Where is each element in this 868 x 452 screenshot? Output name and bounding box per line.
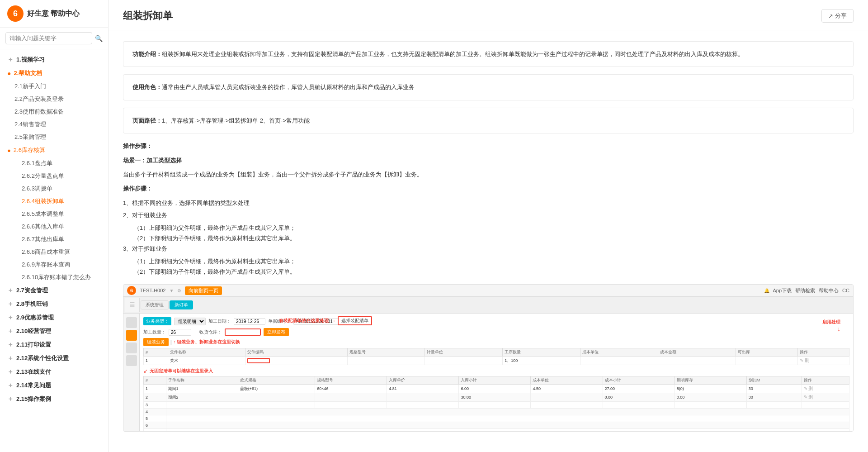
fake-parent-table: # 父件名称 父件编码 规格型号 计量单位 工序数量 成本单位 成本金额 可出库 [143,348,849,365]
fake-cth-cost-sub: 成本小计 [603,376,675,385]
fake-warehouse-input[interactable] [225,328,261,336]
sidebar-item-help-docs[interactable]: ● 2.帮助文档 [0,67,108,80]
sidebar-item-assembly[interactable]: 2.6.4组装拆卸单 [0,195,108,208]
fake-ctd-costunit-1: 4.50 [531,385,603,393]
fake-content-area: 业务类型： 组装明细 加工日期： 单据编号： [123,314,853,431]
fake-icon-4 [126,355,137,366]
fake-help-center-link: 帮助中心 [819,287,839,294]
fake-th-code: 父件编码 [245,348,347,357]
fake-ctd-costsub-1: 27.00 [603,385,675,393]
fake-child-table-header: # 子件名称 款式规格 规格型号 入库单价 入库小计 成本单位 成本小计 期初库… [144,376,849,385]
fake-type-select[interactable]: 组装明细 [174,318,206,325]
fake-ctd-costsub-3 [603,402,675,409]
fake-child-row-3: 3 [144,402,849,409]
fake-qty-input[interactable] [169,329,191,336]
fake-confirm-btn[interactable]: 立即发布 [264,328,289,336]
fake-th-action: 操作 [798,348,849,357]
sidebar-item-video-learning[interactable]: ＋ 1.视频学习 [0,53,108,67]
fake-td-action-1: ✎ 删 [798,357,849,365]
fake-tab-bar: ☰ 系统管理 新订单 [123,297,853,314]
fake-arrow-up-left: ↙ [143,368,148,374]
expand-icon: ＋ [7,341,14,349]
sidebar-item-mobile[interactable]: ＋ 2.8手机旺铺 [0,297,108,311]
sidebar-item-label: 2.9优惠券管理 [16,314,54,322]
fake-th-num: # [144,348,168,357]
fake-annot2-text: 启用处理 [822,319,840,325]
fake-ctd-op-2: ✎ 删 [802,393,849,402]
step-3-2: （2）下部明细为子件明细，最终作为产成品生成其它入库单。 [123,266,854,277]
sidebar-item-label: 2.11打印设置 [16,341,51,349]
fake-date-input[interactable] [234,318,265,325]
sidebar-item-coupon[interactable]: ＋ 2.9优惠券管理 [0,311,108,324]
fake-ctd-num-7: 7 [144,429,166,432]
fake-ctd-empty-5 [166,415,849,422]
sidebar-item-customize[interactable]: ＋ 2.12系统个性化设置 [0,352,108,365]
fake-child-row-7: 7 [144,429,849,432]
fake-tab-orders: 新订单 [170,300,193,309]
fake-sidebar-mini [123,314,140,431]
step-1: 1、根据不同的业务，选择不同单据的类型来处理 [123,198,854,208]
step-2-1: （1）上部明细为父件明细，最终作为产成品生成其它入库单； [123,223,854,233]
fake-app-link: App下载 [773,287,792,294]
search-box[interactable]: 🔍 [0,28,108,49]
sidebar-item-partial-stocktake[interactable]: 2.6.2分量盘点单 [0,170,108,182]
sidebar-item-other-outbound[interactable]: 2.6.7其他出库单 [0,233,108,246]
fake-ctd-inprice-2 [387,393,459,402]
fake-annotation2: 启用处理 ↓ [822,319,840,333]
fake-td-name-1: 关术 [168,357,245,365]
fake-help-link: 帮助检索 [795,287,815,294]
fake-annot3-text: ↑ 组装业务、拆卸业务在这里切换 [174,339,241,345]
fake-bell-icon: 🔔 [764,288,769,293]
sidebar-item-sales[interactable]: 2.4销售管理 [0,118,108,131]
fake-switch-row: 组装业务 | ↑ 组装业务、拆卸业务在这里切换 [143,338,849,346]
fake-ctd-initstock-3 [675,402,746,409]
fake-ctd-spec-2 [315,393,387,402]
fake-annot4-text: 无固定清单可以继续在这里录入 [150,368,213,374]
sidebar-item-stocktake[interactable]: 2.6.1盘点单 [0,157,108,170]
sidebar-item-ledger-error[interactable]: 2.6.10库存账本错了怎么办 [0,271,108,284]
fake-cth-cost-unit: 成本单位 [531,376,603,385]
fake-qty-row: 加工数量： 收货仓库： 立即发布 启用处理 ↓ [143,328,849,336]
sidebar-item-cost-adjust[interactable]: 2.6.5成本调整单 [0,208,108,220]
search-icon[interactable]: 🔍 [95,35,103,42]
fake-td-unit-1 [425,357,503,365]
sidebar-item-print[interactable]: ＋ 2.11打印设置 [0,338,108,352]
sidebar-item-faq[interactable]: ＋ 2.14常见问题 [0,379,108,392]
sidebar-item-inventory-ledger[interactable]: 2.6.9库存账本查询 [0,258,108,271]
fake-cth-spec: 规格型号 [315,376,387,385]
fake-logo: 6 [127,286,136,295]
sidebar-item-other-inbound[interactable]: 2.6.6其他入库单 [0,220,108,233]
fake-cth-style: 款式规格 [238,376,315,385]
fake-th-name: 父件名称 [168,348,245,357]
sidebar-item-transfer[interactable]: 2.6.3调拨单 [0,182,108,195]
sidebar-item-label: 1.视频学习 [16,56,45,64]
page-title: 组装拆卸单 [123,9,173,23]
sidebar-item-data-prep[interactable]: 2.3使用前数据准备 [0,105,108,118]
fake-ctd-empty-4 [166,409,849,415]
expand-icon: ＋ [7,314,14,322]
share-button[interactable]: ↗ 分享 [821,9,854,23]
search-input[interactable] [5,32,92,44]
sidebar-item-install[interactable]: 2.2产品安装及登录 [0,93,108,105]
fake-ctd-m-3 [746,402,802,409]
fake-ctd-m-2: 30 [746,393,802,402]
app-logo: 6 [7,5,24,22]
fake-ctd-name-3 [166,402,238,409]
fake-td-code-1 [245,357,347,365]
sidebar-item-newbie[interactable]: 2.1新手入门 [0,80,108,93]
fake-ctd-costsub-2: 0.00 [603,393,675,402]
fake-th-qty: 工序数量 [503,348,580,357]
fake-select-bom-btn: 选择装配清单 [338,316,372,325]
sidebar-item-purchase[interactable]: 2.5采购管理 [0,131,108,143]
fake-th-unit: 计量单位 [425,348,503,357]
fake-ctd-name-1: 期间1 [166,385,238,393]
fake-system-bar: 6 TEST-H002 ▼ ⚙ 向前翻页一页 🔔 App下载 帮助检索 帮助中心… [123,285,853,297]
fake-td-cost-amt-1 [658,357,736,365]
sidebar-item-finance[interactable]: ＋ 2.7资金管理 [0,284,108,297]
sidebar-item-cases[interactable]: ＋ 2.15操作案例 [0,392,108,406]
sidebar-item-ops[interactable]: ＋ 2.10经营管理 [0,324,108,338]
sidebar-item-inventory[interactable]: ● 2.6库存核算 [0,143,108,157]
fake-cth-in-sub: 入库小计 [459,376,531,385]
sidebar-item-cost-recalc[interactable]: 2.6.8商品成本重算 [0,246,108,258]
sidebar-item-payment[interactable]: ＋ 2.13在线支付 [0,365,108,379]
